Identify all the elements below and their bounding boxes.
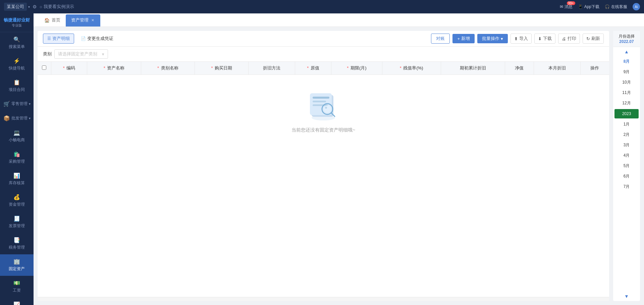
month-item-1[interactable]: 1月 [613,119,640,130]
month-nav-down[interactable]: ▼ [613,292,640,301]
batch-arrow-icon: ▾ [501,36,503,41]
table-header-accumulated-depreciation: 期初累计折旧 [441,62,505,75]
table-header-category: * 类别名称 [141,62,195,75]
sidebar-item-contract[interactable]: 📋 项目合同 [0,75,34,97]
select-all-checkbox[interactable] [42,65,46,70]
sidebar-label-ecommerce: 小畅电商 [9,137,25,143]
sidebar-label-invoice: 发票管理 [9,223,25,229]
sidebar-item-tax[interactable]: 📑 税务管理 [0,233,34,254]
month-list: 8月 9月 10月 11月 12月 2023 1月 2月 3月 4月 5月 6月… [613,56,640,292]
import-icon: ⬆ [514,36,518,41]
table-header-residual-rate: * 残值率(%) [382,62,441,75]
table-header-period: * 期限(月) [331,62,382,75]
detail-tab-icon: ☰ [47,36,51,41]
home-icon: 🏠 [44,18,50,23]
month-panel-title: 月份选择 [619,34,635,39]
operations-icon: 📈 [13,301,20,305]
required-star-name: * [104,65,105,70]
top-bar-right: ✉ 消息 99+ 📱 App下载 🎧 在线客服 Ai [560,3,640,10]
sidebar-label-purchase: 采购管理 [9,159,25,164]
avatar-initials: Ai [635,5,638,9]
sidebar-label-wholesale: 批发管理 [11,115,28,121]
month-item-11[interactable]: 11月 [613,88,640,98]
month-item-12[interactable]: 12月 [613,98,640,108]
add-label: 新增 [461,36,470,42]
reconcile-button[interactable]: 对账 [431,34,450,44]
sidebar-item-invoice[interactable]: 🧾 发票管理 [0,211,34,233]
month-year-2023: 2023 [614,109,639,118]
refresh-label: 刷新 [591,36,600,42]
sub-tabs: ☰ 资产明细 📄 变更生成凭证 对账 + 新增 批 [38,31,609,47]
bottom-scrollbar[interactable] [38,297,609,301]
app-download-button[interactable]: 📱 App下载 [578,4,599,10]
online-service-button[interactable]: 🎧 在线客服 [605,4,627,10]
sidebar-item-retail[interactable]: 🛒 零售管理 ▾ [0,97,34,111]
sidebar-item-salary[interactable]: 💵 工资 [0,276,34,297]
sidebar-item-quicknav[interactable]: ⚡ 快捷导航 [0,54,34,75]
assets-icon: 🏢 [13,258,20,265]
import-button[interactable]: ⬆ 导入 [511,34,532,44]
sidebar-item-inventory[interactable]: 📊 库存核算 [0,168,34,190]
sidebar-label-search: 搜索菜单 [9,44,25,50]
month-item-2[interactable]: 2月 [613,130,640,140]
download-icon: ⬇ [538,36,542,41]
category-select[interactable]: 请选择固定资产类别 ▾ [54,49,108,59]
month-item-4[interactable]: 4月 [613,150,640,161]
required-star-code: * [63,65,65,70]
required-star-residual-rate: * [400,65,401,70]
sidebar-item-assets[interactable]: 🏢 固定资产 [0,254,34,276]
sidebar-item-operations[interactable]: 📈 经营管理 [0,297,34,305]
purchase-icon: 🛍️ [13,151,20,157]
download-button[interactable]: ⬇ 下载 [534,34,555,44]
required-star-period: * [347,65,348,70]
tax-icon: 📑 [13,237,20,243]
month-item-3[interactable]: 3月 [613,140,640,150]
download-label: 下载 [543,36,552,42]
sidebar-label-salary: 工资 [13,288,21,293]
month-panel-header: 月份选择 2022.07 [613,31,640,47]
table-header-code: * 编码 [51,62,87,75]
sub-tab-detail[interactable]: ☰ 资产明细 [43,34,74,44]
month-nav-up[interactable]: ▲ [613,47,640,56]
month-item-8[interactable]: 8月 [613,56,640,67]
batch-button[interactable]: 批量操作 ▾ [477,34,508,43]
sidebar-item-finance[interactable]: 💰 资金管理 [0,190,34,211]
month-item-10[interactable]: 10月 [613,77,640,88]
voucher-tab-label: 变更生成凭证 [87,36,113,42]
sidebar-item-ecommerce[interactable]: 💻 小畅电商 [0,125,34,147]
month-item-7[interactable]: 7月 [613,182,640,192]
svg-rect-4 [313,101,326,102]
sub-tab-voucher[interactable]: 📄 变更生成凭证 [77,34,117,43]
message-badge: 99+ [567,1,575,5]
month-item-6[interactable]: 6月 [613,171,640,182]
empty-text: 当前您还没有固定资产明细哦~ [291,127,355,133]
user-avatar[interactable]: Ai [633,3,640,10]
month-item-9[interactable]: 9月 [613,67,640,77]
table-header-depreciation-method: 折旧方法 [249,62,295,75]
tab-close-icon[interactable]: ✕ [91,18,95,22]
top-bar: 某某公司 ▾ ⚙ ○ 我要看实例演示 ✉ 消息 99+ 📱 App下载 🎧 在线… [0,0,644,13]
table-header-name: * 资产名称 [87,62,141,75]
add-button[interactable]: + 新增 [452,34,475,43]
wholesale-arrow-icon: ▾ [29,116,31,120]
company-selector[interactable]: 某某公司 ▾ [4,3,30,11]
sidebar-item-search[interactable]: 🔍 搜索菜单 [0,32,34,54]
print-button[interactable]: 🖨 打印 [558,34,580,44]
demo-link[interactable]: ○ 我要看实例演示 [40,4,74,10]
empty-state: 当前您还没有固定资产明细哦~ [38,75,609,147]
contract-icon: 📋 [13,79,20,86]
add-icon: + [457,36,460,41]
demo-icon: ○ [40,4,42,9]
refresh-button[interactable]: ↻ 刷新 [583,34,604,44]
month-item-5[interactable]: 5月 [613,161,640,171]
company-name[interactable]: 某某公司 [4,3,27,11]
sidebar-item-wholesale[interactable]: 📦 批发管理 ▾ [0,111,34,125]
settings-icon[interactable]: ⚙ [33,4,37,9]
tab-assets[interactable]: 资产管理 ✕ [66,14,100,27]
sidebar-item-purchase[interactable]: 🛍️ 采购管理 [0,147,34,168]
message-button[interactable]: ✉ 消息 99+ [560,4,573,10]
tab-home-label: 首页 [52,17,60,23]
tab-home[interactable]: 🏠 首页 [39,14,66,27]
svg-point-9 [325,107,327,109]
svg-point-7 [324,105,331,113]
